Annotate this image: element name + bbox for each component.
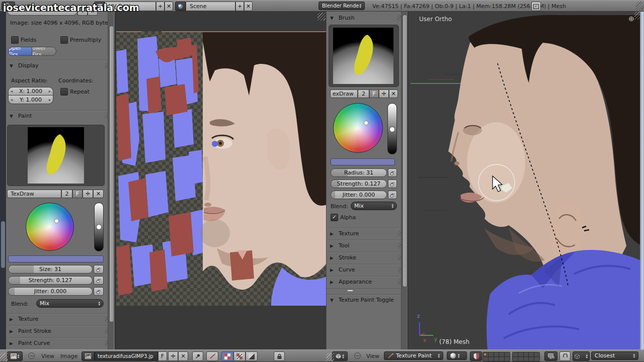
browse-image-button[interactable] <box>82 351 95 361</box>
brush-add-button[interactable]: ✛ <box>379 89 389 98</box>
value-slider[interactable] <box>94 203 104 251</box>
snap-element-dropdown[interactable]: ▴▾ <box>573 351 590 361</box>
draw-channel-color-button[interactable] <box>233 351 246 361</box>
jitter-pressure-button[interactable] <box>388 191 397 199</box>
panel-scrollbar-thumb[interactable] <box>109 26 114 322</box>
tool-section-header[interactable]: ▶ Tool <box>327 240 403 251</box>
brush-section-header[interactable]: ▼ Brush <box>327 13 400 24</box>
strength-pressure-button[interactable] <box>94 276 104 285</box>
brush-users-button[interactable]: 2 <box>358 89 369 98</box>
editor-type-button[interactable]: ▴▾ <box>7 351 23 361</box>
texture-section-header[interactable]: ▶ Texture <box>6 313 108 325</box>
premultiply-checkbox[interactable] <box>60 36 68 44</box>
image-name-field[interactable]: texturadifusaGIMP3.jp <box>95 351 158 361</box>
paint-stroke-section-header[interactable]: ▶ Paint Stroke <box>6 325 108 337</box>
active-color-field[interactable] <box>8 255 104 262</box>
snap-toggle-button[interactable] <box>559 351 571 361</box>
color-wheel[interactable] <box>333 103 383 153</box>
scene-add-button[interactable]: + <box>235 2 244 11</box>
window-button[interactable]: ↙ <box>531 2 541 11</box>
layer-cell-active[interactable] <box>483 352 488 356</box>
corner-grip-icon[interactable] <box>0 353 8 361</box>
jitter-pressure-button[interactable] <box>94 287 104 296</box>
mode-dropdown[interactable]: Texture Paint ▴▾ <box>384 351 443 360</box>
viewport-3d[interactable]: User Ortho z x y (78) Mesh ⊕ <box>408 12 644 349</box>
size-pressure-button[interactable] <box>94 265 104 274</box>
corner-grip-icon[interactable] <box>317 13 326 21</box>
fields-checkbox[interactable] <box>11 36 19 44</box>
layer-cell[interactable] <box>489 352 494 356</box>
screen-add-button[interactable]: + <box>156 2 165 11</box>
paint-section-header[interactable]: ▼ Paint <box>6 110 108 122</box>
scene-close-button[interactable]: ✕ <box>244 2 253 11</box>
menu-view[interactable]: View <box>366 353 379 359</box>
size-slider[interactable]: Size: 31 <box>8 265 93 274</box>
layer-cell[interactable] <box>494 357 499 361</box>
jitter-slider[interactable]: Jitter: 0.000 <box>8 287 93 296</box>
layers-grid-2[interactable] <box>512 352 540 361</box>
corner-grip-icon[interactable] <box>636 2 644 10</box>
partial-close-button[interactable]: ✕ <box>88 12 98 16</box>
brush-name-field[interactable]: TexDraw <box>7 190 61 198</box>
blend-dropdown[interactable]: Mix ▴▾ <box>36 299 104 308</box>
uv-image-editor-canvas[interactable] <box>115 12 326 349</box>
viewport-shading-dropdown[interactable]: ▴▾ <box>447 351 467 360</box>
layer-cell[interactable] <box>524 352 529 356</box>
active-color-field[interactable] <box>331 158 395 165</box>
mask-button[interactable] <box>470 351 482 361</box>
layer-cell[interactable] <box>489 357 494 361</box>
lock-button[interactable] <box>274 351 285 361</box>
snap-target-dropdown[interactable]: Closest ▴▾ <box>591 351 638 360</box>
layer-cell[interactable] <box>529 352 534 356</box>
pin-button[interactable] <box>192 351 203 361</box>
jitter-slider[interactable]: Jitter: 0.000 <box>331 191 387 199</box>
layer-cell[interactable] <box>499 352 504 356</box>
stroke-section-header[interactable]: ▶ Stroke <box>327 252 403 263</box>
layer-cell[interactable] <box>505 352 510 356</box>
image-unlink-button[interactable]: ✕ <box>178 351 188 361</box>
brush-preview-frame[interactable] <box>7 125 105 186</box>
value-slider[interactable] <box>387 103 397 154</box>
toolshelf-scrollbar-track[interactable] <box>401 12 407 349</box>
layer-cell[interactable] <box>518 357 523 361</box>
brush-unlink-button[interactable]: ✕ <box>93 190 104 198</box>
layer-cell[interactable] <box>518 352 523 356</box>
strength-slider[interactable]: Strength: 0.127 <box>8 276 93 285</box>
panel-scrollbar-track[interactable] <box>108 12 114 349</box>
scene-selector-button[interactable] <box>175 2 186 11</box>
collapse-menus-icon[interactable]: − <box>354 352 361 359</box>
fake-user-button[interactable]: F <box>369 89 379 98</box>
toolshelf-scrollbar-thumb[interactable] <box>403 15 408 287</box>
layer-cell[interactable] <box>524 357 529 361</box>
layer-cell[interactable] <box>513 357 518 361</box>
partial-widget[interactable] <box>7 12 77 16</box>
collapse-menus-icon[interactable]: − <box>28 352 35 359</box>
partial-add-button[interactable]: + <box>77 12 88 16</box>
display-section-header[interactable]: ▼ Display <box>6 60 108 71</box>
brush-add-button[interactable]: ✛ <box>83 190 93 198</box>
repeat-checkbox[interactable] <box>60 88 68 96</box>
edge-scrollbar-thumb[interactable] <box>1 221 5 268</box>
aspect-x-stepper[interactable]: ◂ X: 1.000 ▸ <box>8 87 53 96</box>
render-engine-dropdown[interactable]: Blender Render ▴▾ <box>318 2 365 10</box>
layer-cell[interactable] <box>494 352 499 356</box>
fake-user-button[interactable]: F <box>72 190 83 198</box>
image-add-button[interactable]: ✛ <box>168 351 178 361</box>
draw-channel-alpha-button[interactable] <box>246 351 258 361</box>
strength-pressure-button[interactable] <box>388 179 397 188</box>
strength-slider[interactable]: Strength: 0.127 <box>331 179 387 188</box>
layer-cell[interactable] <box>534 352 539 356</box>
brush-users-button[interactable]: 2 <box>61 190 72 198</box>
paint-mode-button[interactable] <box>206 351 218 361</box>
curve-section-header[interactable]: ▶ Curve <box>327 264 403 276</box>
lower-first-button[interactable]: ower Firs <box>32 47 56 56</box>
lock-camera-button[interactable] <box>544 351 557 361</box>
corner-grip-icon[interactable] <box>326 353 334 361</box>
radius-slider[interactable]: Radius: 31 <box>331 168 387 177</box>
aspect-y-stepper[interactable]: ◂ Y: 1.000 ▸ <box>8 96 53 104</box>
upper-first-button[interactable]: pper Firs <box>8 47 32 56</box>
screen-close-button[interactable]: ✕ <box>165 2 173 11</box>
expand-panel-plus-icon[interactable]: ⊕ <box>628 15 634 23</box>
radius-pressure-button[interactable] <box>388 168 397 177</box>
draw-channel-color-alpha-button[interactable] <box>221 351 233 361</box>
